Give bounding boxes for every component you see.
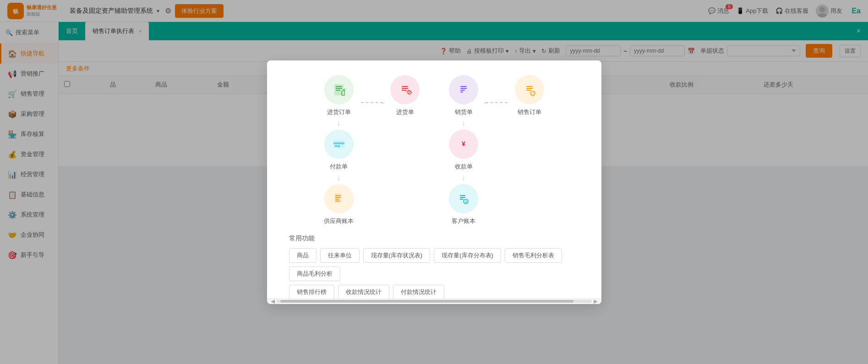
svg-text:¥: ¥ [338, 144, 340, 148]
sales-order-col: 订 销售订单 [508, 75, 551, 225]
sales-bill-label: 销货单 [455, 108, 473, 116]
sales-order-node-label: 销售订单 [518, 108, 541, 116]
middle-arrows: → [361, 75, 383, 225]
scroll-right-btn[interactable]: ▶ [594, 298, 598, 304]
svg-rect-24 [460, 86, 467, 87]
purchase-receipt-node[interactable]: ✓ 进货单 [390, 75, 420, 116]
left-flow-col: 进货订单 ↓ ¥ 付款 [317, 75, 361, 225]
sales-bill-circle [449, 75, 478, 104]
purchase-order-node[interactable]: 进货订单 [324, 75, 354, 116]
payment-node[interactable]: ¥ 付款单 [324, 130, 354, 171]
svg-text:人: 人 [464, 200, 468, 204]
svg-rect-14 [335, 197, 341, 198]
func-btn-inventory-dist[interactable]: 现存量(库存分布表) [434, 248, 501, 263]
customer-circle: 人 [449, 184, 478, 213]
sales-order-circle: 订 [515, 75, 544, 104]
func-btn-receipt-stats[interactable]: 收款情况统计 [338, 285, 389, 299]
sales-bill-col: 销货单 ↓ ¥ 收款单 ↓ [442, 75, 486, 225]
supplier-ledger-node[interactable]: 供应商账本 [324, 184, 354, 225]
func-btn-product-profit[interactable]: 商品毛利分析 [289, 266, 340, 281]
purchase-receipt-col: ✓ 进货单 [383, 75, 427, 225]
svg-rect-20 [402, 90, 406, 91]
svg-rect-16 [335, 201, 340, 201]
customer-ledger-node[interactable]: 人 客户账本 [449, 184, 478, 225]
h-arrow-2: ← [486, 84, 508, 121]
arrow-receipt-to-customer: ↓ [462, 173, 466, 182]
svg-text:✓: ✓ [408, 91, 411, 95]
svg-text:订: 订 [531, 92, 535, 95]
scroll-left-btn[interactable]: ◀ [271, 298, 275, 304]
common-title: 常用功能 [289, 234, 579, 243]
svg-rect-32 [460, 197, 465, 198]
svg-text:¥: ¥ [462, 140, 465, 147]
receipt-node[interactable]: ¥ 收款单 [449, 130, 478, 171]
arrow-sales-to-receipt: ↓ [462, 118, 466, 128]
svg-rect-13 [335, 195, 341, 196]
receipt-circle: ¥ [449, 130, 478, 159]
svg-rect-6 [336, 88, 342, 89]
h-arrow-1: → [361, 84, 383, 121]
svg-rect-19 [402, 88, 408, 89]
purchase-order-label: 进货订单 [327, 108, 351, 116]
receipt-label: 收款单 [455, 163, 473, 171]
svg-rect-39 [526, 90, 531, 91]
arrow-payment-to-supplier: ↓ [337, 173, 341, 182]
scrollbar-track[interactable] [277, 300, 592, 303]
supplier-label: 供应商账本 [324, 217, 354, 225]
right-arrow-area: ← [486, 75, 508, 225]
flow-modal: 进货订单 ↓ ¥ 付款 [267, 60, 601, 304]
func-btn-row-2: 销售排行榜 收款情况统计 付款情况统计 [289, 285, 579, 299]
modal-content: 进货订单 ↓ ¥ 付款 [267, 60, 601, 299]
func-btn-sales-profit[interactable]: 销售毛利分析表 [505, 248, 562, 263]
svg-rect-18 [402, 86, 408, 87]
payment-circle: ¥ [324, 130, 354, 159]
func-btn-inventory-status[interactable]: 现存量(库存状况表) [363, 248, 431, 263]
supplier-circle [324, 184, 354, 213]
customer-label: 客户账本 [452, 217, 475, 225]
modal-scrollbar: ◀ ▶ [267, 299, 601, 304]
svg-rect-26 [460, 90, 465, 91]
func-btn-partner[interactable]: 往来单位 [320, 248, 360, 263]
svg-rect-25 [460, 88, 467, 89]
gap-spacer [427, 75, 442, 225]
svg-rect-5 [336, 86, 342, 87]
purchase-order-circle [324, 75, 354, 104]
svg-rect-27 [460, 92, 463, 92]
svg-rect-10 [335, 146, 338, 147]
func-btn-payment-stats[interactable]: 付款情况统计 [393, 285, 444, 299]
svg-rect-37 [526, 86, 533, 87]
sales-order-node[interactable]: 订 销售订单 [515, 75, 544, 116]
svg-rect-15 [335, 199, 339, 200]
sales-bill-node[interactable]: 销货单 [449, 75, 478, 116]
func-btn-product[interactable]: 商品 [289, 248, 317, 263]
purchase-receipt-circle: ✓ [390, 75, 420, 104]
arrow-purchase-to-payment: ↓ [337, 118, 341, 128]
func-btn-sales-rank[interactable]: 销售排行榜 [289, 285, 334, 299]
modal-overlay[interactable]: 进货订单 ↓ ¥ 付款 [0, 0, 868, 364]
purchase-receipt-label: 进货单 [396, 108, 414, 116]
svg-rect-31 [460, 195, 465, 196]
svg-rect-7 [336, 90, 340, 91]
dashed-arrow-right: → [361, 102, 383, 103]
svg-rect-12 [334, 193, 342, 203]
svg-rect-33 [460, 199, 464, 200]
flow-diagram: 进货订单 ↓ ¥ 付款 [289, 75, 579, 225]
payment-label: 付款单 [330, 163, 348, 171]
common-functions-section: 常用功能 商品 往来单位 现存量(库存状况表) 现存量(库存分布表) 销售毛利分… [289, 234, 579, 299]
dashed-arrow-left: ← [486, 102, 508, 103]
scrollbar-thumb [280, 300, 573, 303]
func-btn-row-1: 商品 往来单位 现存量(库存状况表) 现存量(库存分布表) 销售毛利分析表 商品… [289, 248, 579, 281]
svg-rect-38 [526, 88, 533, 89]
